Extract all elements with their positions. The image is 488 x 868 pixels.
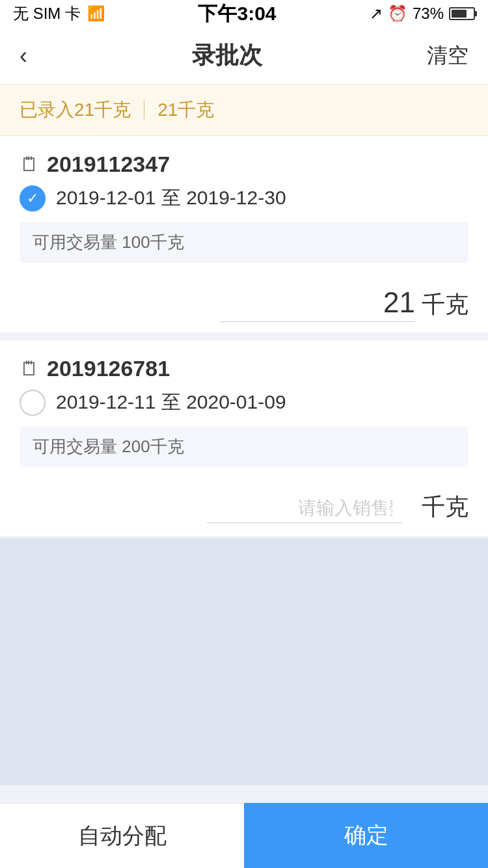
- bottom-bar: 自动分配 确定: [0, 803, 488, 868]
- batch-1-radio[interactable]: ✓: [20, 185, 46, 211]
- batch-1-avail-text: 可用交易量 100千克: [33, 232, 184, 252]
- batch-2-header: 🗒 2019126781: [0, 340, 488, 389]
- batch-card-2: 🗒 2019126781 2019-12-11 至 2020-01-09 可用交…: [0, 340, 488, 537]
- back-button[interactable]: ‹: [20, 42, 27, 70]
- batch-2-radio[interactable]: [20, 390, 46, 416]
- batch-1-icon: 🗒: [20, 154, 39, 176]
- batch-2-date-row[interactable]: 2019-12-11 至 2020-01-09: [0, 389, 488, 426]
- info-divider: [144, 101, 144, 119]
- batch-1-id: 2019112347: [47, 152, 170, 177]
- info-bar: 已录入21千克 21千克: [0, 85, 488, 136]
- wifi-icon: 📶: [87, 5, 105, 22]
- batch-1-value-row: 21 千克: [0, 276, 488, 332]
- batch-2-quantity-input[interactable]: [298, 491, 402, 520]
- nav-bar: ‹ 录批次 清空: [0, 27, 488, 85]
- empty-area: [0, 538, 488, 785]
- status-carrier: 无 SIM 卡 📶: [13, 3, 105, 24]
- clear-button[interactable]: 清空: [427, 42, 468, 70]
- batch-2-underline: [207, 491, 402, 523]
- batch-2-id: 2019126781: [47, 356, 170, 381]
- check-icon: ✓: [27, 191, 38, 206]
- confirm-button[interactable]: 确定: [244, 803, 488, 868]
- status-right: ↗ ⏰ 73%: [370, 5, 475, 23]
- batch-1-header: 🗒 2019112347: [0, 136, 488, 185]
- battery-icon: [449, 7, 475, 20]
- batch-card-1: 🗒 2019112347 ✓ 2019-12-01 至 2019-12-30 可…: [0, 136, 488, 332]
- batch-2-date: 2019-12-11 至 2020-01-09: [56, 389, 286, 416]
- location-icon: ↗: [370, 5, 383, 23]
- batch-2-input-row[interactable]: 千克: [0, 480, 488, 537]
- recorded-label: 已录入21千克: [20, 98, 131, 122]
- page-title: 录批次: [192, 40, 262, 72]
- batch-2-avail: 可用交易量 200千克: [20, 426, 468, 467]
- batch-2-icon: 🗒: [20, 358, 39, 380]
- alarm-icon: ⏰: [388, 5, 407, 23]
- section-divider-1: [0, 334, 488, 340]
- batch-1-avail: 可用交易量 100千克: [20, 222, 468, 263]
- batch-2-avail-text: 可用交易量 200千克: [33, 437, 184, 456]
- batch-1-underline: 21: [220, 286, 415, 322]
- batch-2-unit: 千克: [422, 491, 468, 523]
- carrier-text: 无 SIM 卡: [13, 3, 81, 24]
- batch-1-date-row[interactable]: ✓ 2019-12-01 至 2019-12-30: [0, 185, 488, 222]
- info-value: 21千克: [157, 98, 214, 122]
- battery-percent: 73%: [413, 5, 444, 23]
- batch-1-value: 21: [383, 286, 415, 319]
- status-time: 下午3:04: [198, 1, 276, 27]
- batch-1-date: 2019-12-01 至 2019-12-30: [56, 185, 286, 211]
- auto-distribute-button[interactable]: 自动分配: [0, 803, 244, 868]
- batch-1-unit: 千克: [422, 289, 468, 321]
- status-bar: 无 SIM 卡 📶 下午3:04 ↗ ⏰ 73%: [0, 0, 488, 27]
